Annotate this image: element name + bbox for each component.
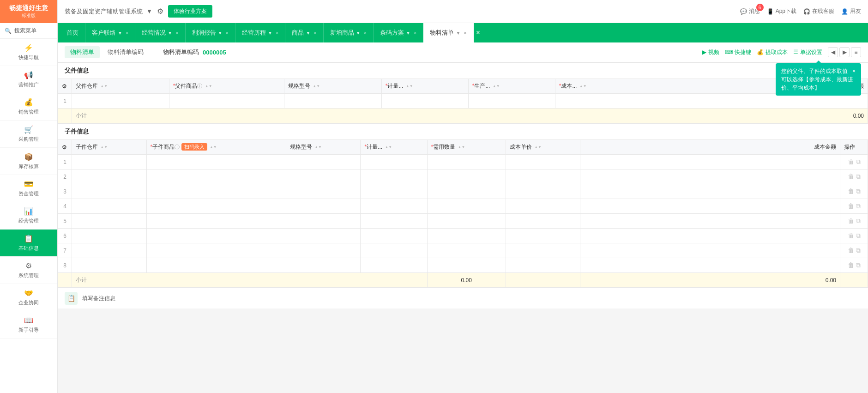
tab-bom-close[interactable]: ×	[464, 30, 466, 36]
tab-profit[interactable]: 利润报告 ▼ ×	[186, 23, 235, 42]
user-item[interactable]: 👤 用友	[841, 7, 861, 15]
tab-new-product-close[interactable]: ×	[364, 30, 367, 36]
sidebar-item-operations[interactable]: 📊 经营管理	[0, 202, 57, 230]
child-spec-3[interactable]	[286, 184, 361, 199]
child-spec-8[interactable]	[286, 258, 361, 273]
parent-prod-cell[interactable]	[468, 94, 555, 109]
child-product-7[interactable]	[146, 243, 286, 258]
child-product-4[interactable]	[146, 199, 286, 214]
view-button[interactable]: ▶ 视频	[702, 48, 719, 56]
tab-barcode-close[interactable]: ×	[414, 30, 416, 36]
delete-icon-7[interactable]: 🗑	[848, 247, 854, 254]
tab-profit-close[interactable]: ×	[226, 30, 229, 36]
trial-button[interactable]: 体验行业方案	[168, 5, 212, 18]
parent-warehouse-cell[interactable]	[72, 94, 169, 109]
child-qty-7[interactable]	[427, 243, 506, 258]
tab-ops-close[interactable]: ×	[175, 30, 178, 36]
child-warehouse-1[interactable]	[72, 155, 147, 169]
close-all-tabs[interactable]: ×	[476, 29, 480, 37]
child-unit-2[interactable]	[361, 169, 427, 184]
scan-input-button[interactable]: 扫码录入	[181, 143, 207, 151]
delete-icon-6[interactable]: 🗑	[848, 232, 854, 240]
child-unit-price-8[interactable]	[506, 258, 580, 273]
sidebar-item-inventory[interactable]: 📦 库存核算	[0, 148, 57, 175]
child-warehouse-6[interactable]	[72, 229, 147, 243]
tab-new-product[interactable]: 新增商品 ▼ ×	[324, 23, 374, 42]
tooltip-close-button[interactable]: ×	[852, 67, 856, 75]
gear-icon[interactable]: ⚙	[157, 7, 163, 16]
copy-icon-1[interactable]: ⧉	[856, 158, 861, 166]
tab-customers[interactable]: 客户联络 ▼ ×	[85, 23, 135, 42]
cost-button[interactable]: 💰 提取成本	[757, 48, 788, 56]
child-unit-5[interactable]	[361, 214, 427, 229]
child-spec-4[interactable]	[286, 199, 361, 214]
messages-item[interactable]: 💬 消息 6	[740, 7, 760, 15]
sidebar-item-quick-nav[interactable]: ⚡ 快捷导航	[0, 39, 57, 66]
sidebar-item-finance[interactable]: 💳 资金管理	[0, 175, 57, 202]
child-warehouse-4[interactable]	[72, 199, 147, 214]
child-qty-2[interactable]	[427, 169, 506, 184]
child-qty-3[interactable]	[427, 184, 506, 199]
child-product-6[interactable]	[146, 229, 286, 243]
delete-icon-4[interactable]: 🗑	[848, 202, 854, 210]
child-unit-price-2[interactable]	[506, 169, 580, 184]
delete-icon-8[interactable]: 🗑	[848, 261, 854, 269]
tab-operations[interactable]: 经营情况 ▼ ×	[135, 23, 185, 42]
online-service-item[interactable]: 🎧 在线客服	[803, 7, 834, 15]
nav-next[interactable]: ▶	[839, 47, 850, 57]
system-selector[interactable]: 装备及固定资产辅助管理系统 ▼	[65, 7, 152, 16]
app-download-item[interactable]: 📱 App下载	[767, 7, 796, 15]
child-amount-6[interactable]	[580, 229, 840, 243]
parent-settings-col[interactable]: ⚙	[58, 79, 72, 94]
child-amount-8[interactable]	[580, 258, 840, 273]
tab-history-close[interactable]: ×	[276, 30, 278, 36]
child-unit-price-4[interactable]	[506, 199, 580, 214]
tab-products-close[interactable]: ×	[313, 30, 316, 36]
scroll-area[interactable]: 父件信息 ⚙ 父件仓库 ▲▼ *父件商品ⓘ ▲▼	[58, 62, 868, 393]
child-unit-price-5[interactable]	[506, 214, 580, 229]
child-spec-6[interactable]	[286, 229, 361, 243]
child-unit-price-6[interactable]	[506, 229, 580, 243]
child-warehouse-7[interactable]	[72, 243, 147, 258]
child-warehouse-8[interactable]	[72, 258, 147, 273]
parent-amount-cell[interactable]	[642, 94, 868, 109]
child-product-3[interactable]	[146, 184, 286, 199]
tab-barcode[interactable]: 条码方案 ▼ ×	[374, 23, 423, 42]
child-product-8[interactable]	[146, 258, 286, 273]
copy-icon-2[interactable]: ⧉	[856, 173, 861, 181]
child-unit-7[interactable]	[361, 243, 427, 258]
child-warehouse-5[interactable]	[72, 214, 147, 229]
search-menu[interactable]: 🔍 搜索菜单	[0, 23, 57, 39]
child-spec-1[interactable]	[286, 155, 361, 169]
child-product-2[interactable]	[146, 169, 286, 184]
child-unit-3[interactable]	[361, 184, 427, 199]
sidebar-item-purchase[interactable]: 🛒 采购管理	[0, 121, 57, 148]
child-spec-7[interactable]	[286, 243, 361, 258]
child-qty-5[interactable]	[427, 214, 506, 229]
tab-bom[interactable]: 物料清单 ▼ ×	[423, 23, 473, 42]
sidebar-item-sales[interactable]: 💰 销售管理	[0, 93, 57, 121]
copy-icon-4[interactable]: ⧉	[856, 202, 861, 210]
child-qty-4[interactable]	[427, 199, 506, 214]
sidebar-item-marketing[interactable]: 📢 营销推广	[0, 66, 57, 93]
child-spec-2[interactable]	[286, 169, 361, 184]
tab-home[interactable]: 首页	[60, 23, 85, 42]
child-unit-8[interactable]	[361, 258, 427, 273]
child-amount-2[interactable]	[580, 169, 840, 184]
copy-icon-5[interactable]: ⧉	[856, 217, 861, 225]
page-tab-bom-code[interactable]: 物料清单编码	[102, 46, 149, 58]
sidebar-item-enterprise[interactable]: 🤝 企业协同	[0, 284, 57, 311]
copy-icon-3[interactable]: ⧉	[856, 187, 861, 195]
parent-product-cell[interactable]	[169, 94, 284, 109]
delete-icon-1[interactable]: 🗑	[848, 158, 854, 166]
nav-list[interactable]: ≡	[851, 47, 861, 57]
copy-icon-8[interactable]: ⧉	[856, 261, 861, 269]
delete-icon-2[interactable]: 🗑	[848, 173, 854, 181]
parent-spec-cell[interactable]	[284, 94, 381, 109]
copy-icon-6[interactable]: ⧉	[856, 232, 861, 240]
child-settings-col[interactable]: ⚙	[58, 140, 72, 155]
parent-unit-cell[interactable]	[381, 94, 468, 109]
child-spec-5[interactable]	[286, 214, 361, 229]
child-unit-6[interactable]	[361, 229, 427, 243]
child-amount-3[interactable]	[580, 184, 840, 199]
